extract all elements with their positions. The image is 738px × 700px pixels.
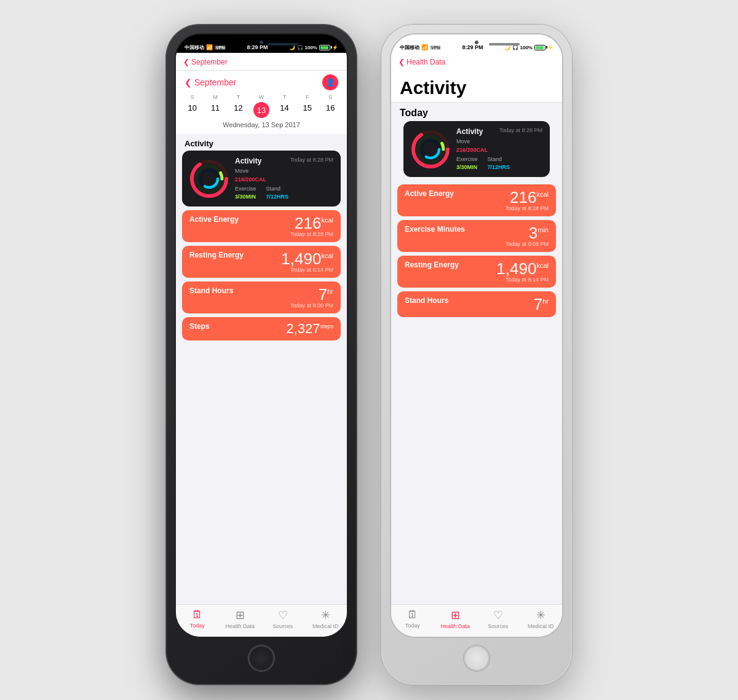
charging-dark: ⚡ <box>332 45 338 50</box>
grid-icon-light: ⊞ <box>451 608 460 622</box>
headphones-dark: 🎧 <box>297 45 303 50</box>
tab-today-light[interactable]: 🗓 Today <box>391 608 434 629</box>
data-cards-dark: Active Energy 216kcal Today at 8:28 PM R… <box>176 210 347 604</box>
tab-medical-id-dark[interactable]: ✳ Medical ID <box>304 608 347 629</box>
date-label: Wednesday, 13 Sep 2017 <box>176 119 347 130</box>
charging-light: ⚡ <box>547 45 554 50</box>
camera-light <box>475 41 478 44</box>
vpn-badge-light: VPN <box>430 45 441 50</box>
back-button-dark[interactable]: ❮ September <box>183 58 339 66</box>
tab-medical-id-light[interactable]: ✳ Medical ID <box>520 608 563 629</box>
home-button-light[interactable] <box>464 645 490 671</box>
wifi-icon-light: 📶 <box>421 44 428 50</box>
activity-card-wrapper-light: Activity Today at 8:28 PM Move 216/200CA… <box>391 121 562 184</box>
header-area-light: ❮ Health Data Activity <box>391 53 562 103</box>
cal-day-10[interactable]: 10 <box>181 102 204 118</box>
data-card-resting-energy-light[interactable]: Resting Energy 1,490kcal Today at 8:14 P… <box>397 256 556 288</box>
vpn-badge-dark: VPN <box>215 45 226 50</box>
tab-bar-dark: 🗓 Today ⊞ Health Data ♡ Sources ✳ Medica… <box>176 604 347 637</box>
calendar-grid: S M T W T F S 10 11 12 13 <box>176 93 347 119</box>
battery-pct-dark: 100% <box>305 45 317 50</box>
left-phone: 中国移动 📶 VPN 8:29 PM 🌙 🎧 100% ⚡ <box>166 25 357 685</box>
section-header-dark: Activity <box>176 134 347 151</box>
screen-light: ❮ Health Data Activity Today <box>391 53 562 637</box>
speaker-light <box>489 43 520 45</box>
screen-dark: ❮ September ❮ September 👤 <box>176 53 347 637</box>
cal-day-13[interactable]: 13 <box>253 102 269 118</box>
phone-top-light <box>391 34 562 42</box>
calendar-month[interactable]: ❮ September <box>184 77 236 87</box>
asterisk-icon-light: ✳ <box>536 608 546 622</box>
back-button-light[interactable]: ❮ Health Data <box>399 58 555 66</box>
tab-health-data-dark[interactable]: ⊞ Health Data <box>219 608 262 629</box>
battery-icon-dark <box>319 45 330 50</box>
cal-day-12[interactable]: 12 <box>227 102 250 118</box>
chevron-left-icon-cal: ❮ <box>184 77 192 87</box>
time-light: 8:29 PM <box>462 44 483 50</box>
data-cards-light: Active Energy 216kcal Today at 8:28 PM E… <box>391 184 562 317</box>
carrier-light: 中国移动 <box>400 44 419 51</box>
data-card-steps[interactable]: Steps 2,327steps <box>182 317 341 340</box>
activity-ring-light <box>411 130 450 169</box>
home-button-dark[interactable] <box>248 645 274 671</box>
heart-icon: ♡ <box>278 608 288 622</box>
time-dark: 8:29 PM <box>247 44 268 50</box>
data-card-stand-hours[interactable]: Stand Hours 7hr Today at 8:00 PM <box>182 281 341 313</box>
camera-dark <box>260 41 263 44</box>
data-card-resting-energy[interactable]: Resting Energy 1,490kcal Today at 8:14 P… <box>182 246 341 278</box>
activity-info-dark: Activity Today at 8:28 PM Move 216/200CA… <box>235 157 333 200</box>
profile-button[interactable]: 👤 <box>322 74 338 90</box>
phone-top-dark <box>176 34 347 42</box>
wifi-icon-dark: 📶 <box>206 44 213 50</box>
speaker-dark <box>268 43 298 45</box>
chevron-left-icon-light: ❮ <box>399 58 405 66</box>
activity-info-light: Activity Today at 8:28 PM Move 216/200CA… <box>456 127 542 171</box>
tab-health-data-light[interactable]: ⊞ Health Data <box>434 608 477 629</box>
heart-icon-light: ♡ <box>493 608 503 622</box>
cal-day-11[interactable]: 11 <box>204 102 226 118</box>
chevron-left-icon: ❮ <box>183 58 189 66</box>
data-card-active-energy[interactable]: Active Energy 216kcal Today at 8:28 PM <box>182 210 341 242</box>
calendar-section: ❮ September 👤 S M T W T <box>176 71 347 134</box>
carrier-dark: 中国移动 <box>184 44 204 51</box>
activity-ring-dark <box>189 159 229 199</box>
tab-today-dark[interactable]: 🗓 Today <box>176 608 219 629</box>
nav-bar-light: ❮ Health Data <box>391 53 562 70</box>
activity-card-dark: Activity Today at 8:28 PM Move 216/200CA… <box>182 151 341 206</box>
grid-icon: ⊞ <box>236 608 245 622</box>
tab-sources-light[interactable]: ♡ Sources <box>477 608 520 629</box>
right-phone: 中国移动 📶 VPN 8:29 PM 🌙 🎧 100% ⚡ <box>381 25 572 685</box>
data-card-stand-hours-light[interactable]: Stand Hours 7hr <box>397 291 556 317</box>
battery-icon-light <box>534 45 546 50</box>
asterisk-icon: ✳ <box>321 608 330 622</box>
activity-card-light: Activity Today at 8:28 PM Move 216/200CA… <box>403 121 550 177</box>
tab-sources-dark[interactable]: ♡ Sources <box>261 608 304 629</box>
data-card-exercise-minutes-light[interactable]: Exercise Minutes 3min Today at 6:08 PM <box>397 220 556 252</box>
nav-bar-dark: ❮ September <box>176 53 347 71</box>
data-card-active-energy-light[interactable]: Active Energy 216kcal Today at 8:28 PM <box>397 184 556 216</box>
battery-pct-light: 100% <box>520 45 533 50</box>
cal-day-16[interactable]: 16 <box>319 102 342 118</box>
calendar-icon: 🗓 <box>192 608 203 621</box>
scroll-area-light: Today <box>391 103 562 604</box>
calendar-icon-light: 🗓 <box>407 608 418 621</box>
today-label-light: Today <box>391 103 562 121</box>
cal-day-14[interactable]: 14 <box>273 102 296 118</box>
cal-day-15[interactable]: 15 <box>296 102 319 118</box>
tab-bar-light: 🗓 Today ⊞ Health Data ♡ Sources ✳ Medica… <box>391 604 562 637</box>
screen-title-light: Activity <box>391 70 562 102</box>
